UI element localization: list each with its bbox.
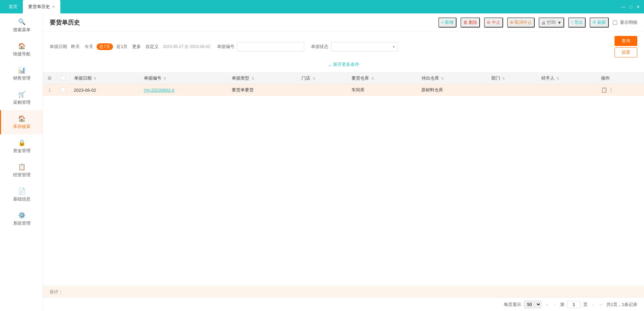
row-index: 1 bbox=[43, 84, 56, 96]
show-detail-checkbox[interactable] bbox=[613, 20, 617, 25]
next-page-btn[interactable]: › bbox=[590, 301, 595, 308]
col-checkbox[interactable] bbox=[56, 73, 70, 84]
print-icon: 🖨 bbox=[541, 20, 546, 25]
col-docno[interactable]: 单据编号 ⇅ bbox=[140, 73, 228, 84]
print-button[interactable]: 🖨 打印 ▼ bbox=[539, 17, 564, 28]
tab-home[interactable]: 首页 bbox=[3, 0, 23, 13]
date-option-yesterday[interactable]: 昨天 bbox=[70, 43, 81, 50]
date-options: 昨天 今天 近7天 近1月 更多 自定义 bbox=[70, 43, 160, 50]
last-page-btn[interactable]: » bbox=[598, 301, 603, 308]
col-docno-sort-icon: ⇅ bbox=[163, 77, 166, 80]
prev-page-btn[interactable]: ‹ bbox=[553, 301, 557, 308]
col-date-sort-icon: ⇅ bbox=[94, 77, 96, 80]
new-button[interactable]: + 新增 bbox=[438, 17, 456, 28]
sidebar-item-finance-label: 资金管理 bbox=[13, 148, 31, 154]
col-handler-label: 经手人 bbox=[541, 76, 554, 81]
col-settings[interactable]: ⚙ bbox=[43, 73, 56, 84]
date-range-display: 2023-05-27 至 2023-06-02 bbox=[163, 44, 210, 50]
date-option-custom[interactable]: 自定义 bbox=[144, 43, 160, 50]
sidebar-item-search[interactable]: 🔍 搜索菜单 bbox=[0, 13, 43, 38]
sidebar-item-search-label: 搜索菜单 bbox=[13, 27, 31, 33]
setting-button[interactable]: 设置 bbox=[614, 47, 637, 57]
expand-more[interactable]: ⌄ 展开更多条件 bbox=[50, 61, 637, 68]
toolbar: + 新增 🗑 删除 ⊘ 中止 ⊗ 取消中止 🖨 打印 ▼ ↑ 导出 ↺ 刷新 显… bbox=[438, 17, 637, 28]
search-icon: 🔍 bbox=[18, 18, 25, 26]
docno-filter-group: 单据编号 bbox=[217, 42, 304, 51]
page-size-label: 每页显示 bbox=[504, 302, 521, 308]
docno-input[interactable] bbox=[237, 42, 304, 51]
col-op-label: 操作 bbox=[601, 76, 610, 81]
page-word-after: 页 bbox=[583, 302, 588, 308]
sidebar-item-inventory-label: 库存核算 bbox=[13, 124, 31, 130]
sidebar-item-operation[interactable]: 📋 经营管理 bbox=[0, 159, 43, 183]
sidebar-item-purchase[interactable]: 🛒 采购管理 bbox=[0, 86, 43, 110]
row-pending-warehouse: 原材料仓库 bbox=[417, 84, 487, 96]
maximize-icon[interactable]: □ bbox=[630, 4, 632, 9]
sidebar-item-inventory[interactable]: 🏠 库存核算 bbox=[0, 110, 43, 134]
row-edit-icon[interactable]: 📋 bbox=[601, 87, 607, 93]
first-page-btn[interactable]: « bbox=[544, 301, 550, 308]
action-buttons: 查询 设置 bbox=[614, 36, 637, 57]
date-filter-group: 单据日期 昨天 今天 近7天 近1月 更多 自定义 2023-05-27 至 2… bbox=[50, 43, 210, 50]
sidebar-item-quick-label: 快捷导航 bbox=[13, 51, 31, 57]
col-store-label: 门店 bbox=[302, 76, 310, 81]
top-nav-tabs: 首页 要货单历史 ✕ bbox=[3, 0, 621, 13]
col-pending-warehouse[interactable]: 待出仓库 ⇅ bbox=[417, 73, 487, 84]
row-more-icon[interactable]: ⋮ bbox=[608, 87, 613, 93]
table-settings-icon[interactable]: ⚙ bbox=[47, 75, 52, 81]
col-doctype[interactable]: 单据类型 ⇅ bbox=[228, 73, 298, 84]
tab-history-close-icon[interactable]: ✕ bbox=[52, 5, 55, 9]
row-req-warehouse: 车间库 bbox=[347, 84, 417, 96]
sidebar-item-sales[interactable]: 📊 销售管理 bbox=[0, 62, 43, 86]
filter-area: 单据日期 昨天 今天 近7天 近1月 更多 自定义 2023-05-27 至 2… bbox=[43, 32, 644, 73]
refresh-button[interactable]: ↺ 刷新 bbox=[590, 17, 609, 28]
select-all-checkbox[interactable] bbox=[61, 76, 65, 80]
row-checkbox[interactable] bbox=[56, 84, 70, 96]
data-table: ⚙ 单据日期 ⇅ 单据编号 ⇅ bbox=[43, 73, 644, 96]
app-body: 🔍 搜索菜单 🏠 快捷导航 📊 销售管理 🛒 采购管理 🏠 库存核算 🔒 资金管… bbox=[0, 13, 644, 311]
sidebar-item-finance[interactable]: 🔒 资金管理 bbox=[0, 134, 43, 159]
status-filter-group: 单据状态 bbox=[311, 42, 398, 51]
docno-label: 单据编号 bbox=[217, 44, 234, 50]
sidebar-item-quick[interactable]: 🏠 快捷导航 bbox=[0, 38, 43, 62]
date-option-more[interactable]: 更多 bbox=[131, 43, 142, 50]
close-window-icon[interactable]: ✕ bbox=[636, 4, 640, 9]
date-option-7days[interactable]: 近7天 bbox=[97, 43, 113, 50]
window-controls: — □ ✕ bbox=[621, 4, 644, 9]
col-req-warehouse-label: 要货仓库 bbox=[352, 76, 369, 81]
export-button[interactable]: ↑ 导出 bbox=[568, 17, 586, 28]
sidebar-item-system[interactable]: ⚙️ 系统管理 bbox=[0, 207, 43, 231]
page-size-select[interactable]: 50 100 200 bbox=[524, 301, 541, 308]
col-doctype-sort-icon: ⇅ bbox=[252, 77, 254, 80]
status-select[interactable] bbox=[331, 42, 398, 51]
basic-icon: 📄 bbox=[18, 187, 25, 195]
pagination-bar: 每页显示 50 100 200 « ‹ 第 页 › » 共1页，1条记录 bbox=[43, 298, 644, 311]
col-req-warehouse[interactable]: 要货仓库 ⇅ bbox=[347, 73, 417, 84]
page-number-input[interactable] bbox=[567, 301, 581, 308]
row-docno[interactable]: YH-20230602-0 bbox=[140, 84, 228, 96]
col-store[interactable]: 门店 ⇅ bbox=[298, 73, 347, 84]
cancel-stop-button[interactable]: ⊗ 取消中止 bbox=[507, 17, 535, 28]
date-option-today[interactable]: 今天 bbox=[83, 43, 95, 50]
minimize-icon[interactable]: — bbox=[621, 4, 626, 9]
sidebar-item-basic-label: 基础信息 bbox=[13, 196, 31, 202]
sidebar-item-basic[interactable]: 📄 基础信息 bbox=[0, 183, 43, 207]
col-dept[interactable]: 部门 ⇅ bbox=[487, 73, 537, 84]
query-button[interactable]: 查询 bbox=[614, 36, 637, 46]
col-handler[interactable]: 经手人 ⇅ bbox=[537, 73, 597, 84]
expand-more-label: 展开更多条件 bbox=[333, 61, 359, 68]
chevron-down-icon: ⌄ bbox=[328, 62, 332, 67]
show-detail-checkbox-label[interactable]: 显示明细 bbox=[613, 19, 637, 26]
filter-row-1: 单据日期 昨天 今天 近7天 近1月 更多 自定义 2023-05-27 至 2… bbox=[50, 36, 637, 57]
show-detail-label: 显示明细 bbox=[620, 19, 637, 26]
delete-button[interactable]: 🗑 删除 bbox=[461, 17, 480, 28]
tab-history[interactable]: 要货单历史 ✕ bbox=[23, 0, 60, 13]
col-store-sort-icon: ⇅ bbox=[313, 77, 315, 80]
top-nav-bar: 首页 要货单历史 ✕ — □ ✕ bbox=[0, 0, 644, 13]
col-doctype-label: 单据类型 bbox=[232, 76, 249, 81]
col-date[interactable]: 单据日期 ⇅ bbox=[70, 73, 140, 84]
date-option-1month[interactable]: 近1月 bbox=[115, 43, 129, 50]
col-date-label: 单据日期 bbox=[74, 76, 92, 81]
col-pending-warehouse-sort-icon: ⇅ bbox=[441, 77, 444, 80]
stop-button[interactable]: ⊘ 中止 bbox=[484, 17, 503, 28]
